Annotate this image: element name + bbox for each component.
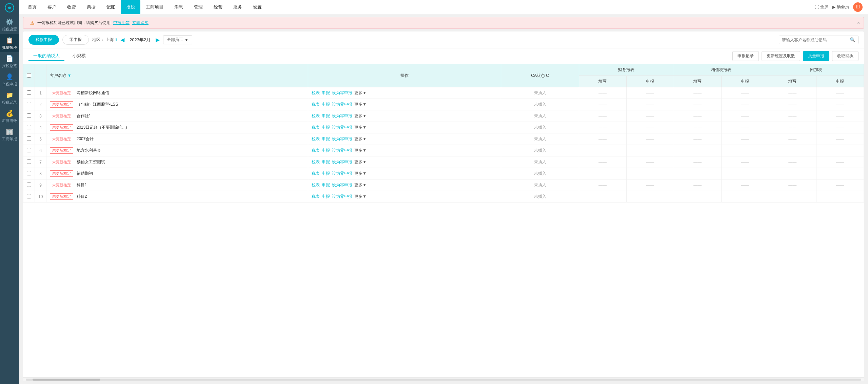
nav-fee[interactable]: 收费 <box>62 0 81 14</box>
batch-declare-button[interactable]: 批量申报 <box>803 51 829 61</box>
sidebar-item-geshui[interactable]: 👤 个税申报 <box>0 70 19 89</box>
op-zero-declare[interactable]: 设为零申报 <box>332 136 352 142</box>
row-checkbox[interactable] <box>27 125 31 129</box>
op-declare[interactable]: 申报 <box>322 194 330 199</box>
banner-link-huiqian[interactable]: 申报汇签 <box>113 20 130 26</box>
upgrade-button[interactable]: ▶ 畅会员 <box>832 4 849 10</box>
row-checkbox[interactable] <box>27 113 31 118</box>
fullscreen-button[interactable]: ⛶ 全屏 <box>815 4 828 10</box>
op-declare[interactable]: 申报 <box>322 171 330 176</box>
tab-tax-declaration[interactable]: 税款申报 <box>28 35 59 45</box>
sidebar-item-baoshuijilu[interactable]: 📁 报税记录 <box>0 89 19 107</box>
op-more[interactable]: 更多▼ <box>354 113 367 119</box>
op-tax-table[interactable]: 税表 <box>312 194 320 199</box>
op-tax-table[interactable]: 税表 <box>312 136 320 142</box>
op-more[interactable]: 更多▼ <box>354 102 367 107</box>
staff-select[interactable]: 全部员工 ▼ <box>163 35 192 44</box>
op-more[interactable]: 更多▼ <box>354 194 367 199</box>
nav-service[interactable]: 服务 <box>228 0 248 14</box>
op-zero-declare[interactable]: 设为零申报 <box>332 171 352 176</box>
table-row: 3 未更新核定 合作社1 税表 申报 设为零申报 更多▼ 未插入 —— —— —… <box>23 110 864 122</box>
op-more[interactable]: 更多▼ <box>354 182 367 188</box>
op-tax-table[interactable]: 税表 <box>312 125 320 130</box>
row-cwbb-report: —— <box>626 122 674 133</box>
nav-manage[interactable]: 管理 <box>189 0 208 14</box>
sidebar-item-baoshuishezhi[interactable]: ⚙️ 报税设置 <box>0 16 19 34</box>
op-declare[interactable]: 申报 <box>322 159 330 165</box>
op-zero-declare[interactable]: 设为零申报 <box>332 148 352 153</box>
op-declare[interactable]: 申报 <box>322 182 330 188</box>
op-more[interactable]: 更多▼ <box>354 125 367 130</box>
sidebar-item-baoshuizonglan[interactable]: 📄 报税总览 <box>0 52 19 70</box>
op-zero-declare[interactable]: 设为零申报 <box>332 113 352 119</box>
table-wrap: 客户名称 ▼ 操作 CA状态 C 财务报表 增值税报表 附加税 填写 申报 <box>23 64 864 377</box>
op-tax-table[interactable]: 税表 <box>312 90 320 96</box>
row-checkbox[interactable] <box>27 148 31 152</box>
taxpayer-tab-small[interactable]: 小规模 <box>68 51 91 61</box>
op-zero-declare[interactable]: 设为零申报 <box>332 159 352 165</box>
op-tax-table[interactable]: 税表 <box>312 148 320 153</box>
op-tax-table[interactable]: 税表 <box>312 102 320 107</box>
op-zero-declare[interactable]: 设为零申报 <box>332 194 352 199</box>
op-more[interactable]: 更多▼ <box>354 148 367 153</box>
select-all-checkbox[interactable] <box>27 73 31 78</box>
date-next-button[interactable]: ▶ <box>156 37 160 43</box>
avatar[interactable]: 用 <box>853 2 863 12</box>
update-stats-button[interactable]: 更新统定及取数 <box>762 51 800 61</box>
nav-invoice[interactable]: 票据 <box>81 0 101 14</box>
search-button[interactable]: 🔍 <box>847 36 858 44</box>
row-status-badge: 未更新核定 <box>50 193 73 200</box>
th-sbbb-report: 申报 <box>721 76 769 87</box>
op-declare[interactable]: 申报 <box>322 148 330 153</box>
nav-customer[interactable]: 客户 <box>42 0 62 14</box>
row-checkbox[interactable] <box>27 171 31 175</box>
op-declare[interactable]: 申报 <box>322 113 330 119</box>
nav-bookkeeping[interactable]: 记账 <box>101 0 121 14</box>
row-checkbox[interactable] <box>27 183 31 187</box>
row-checkbox[interactable] <box>27 90 31 95</box>
op-declare[interactable]: 申报 <box>322 136 330 142</box>
op-tax-table[interactable]: 税表 <box>312 113 320 119</box>
nav-business[interactable]: 工商项目 <box>140 0 169 14</box>
op-declare[interactable]: 申报 <box>322 102 330 107</box>
op-declare[interactable]: 申报 <box>322 90 330 96</box>
banner-close-icon[interactable]: ✕ <box>857 21 860 25</box>
row-status-badge: 未更新核定 <box>50 136 73 142</box>
sidebar-item-piliangshuibao[interactable]: 📋 批量报税 <box>0 34 19 52</box>
nav-tax[interactable]: 报税 <box>121 0 140 14</box>
nav-home[interactable]: 首页 <box>22 0 42 14</box>
op-declare[interactable]: 申报 <box>322 125 330 130</box>
collect-receipt-button[interactable]: 收取回执 <box>832 51 859 61</box>
row-checkbox[interactable] <box>27 102 31 106</box>
op-more[interactable]: 更多▼ <box>354 171 367 176</box>
row-cwbb-report: —— <box>626 133 674 145</box>
sidebar-item-gongshang[interactable]: 🏢 工商年报 <box>0 125 19 144</box>
op-zero-declare[interactable]: 设为零申报 <box>332 90 352 96</box>
op-zero-declare[interactable]: 设为零申报 <box>332 182 352 188</box>
declaration-record-button[interactable]: 申报记录 <box>732 51 759 61</box>
op-more[interactable]: 更多▼ <box>354 159 367 165</box>
date-prev-button[interactable]: ◀ <box>120 37 124 43</box>
row-checkbox[interactable] <box>27 136 31 141</box>
op-zero-declare[interactable]: 设为零申报 <box>332 125 352 130</box>
nav-message[interactable]: 消息 <box>169 0 189 14</box>
sidebar-item-huisuanqingjiao[interactable]: 💰 汇算清缴 <box>0 107 19 125</box>
nav-operation[interactable]: 经营 <box>208 0 228 14</box>
row-checkbox[interactable] <box>27 194 31 198</box>
op-tax-table[interactable]: 税表 <box>312 171 320 176</box>
banner-link-buy[interactable]: 立即购买 <box>132 20 149 26</box>
op-more[interactable]: 更多▼ <box>354 136 367 142</box>
op-tax-table[interactable]: 税表 <box>312 182 320 188</box>
region-value: 上海 <box>106 37 114 43</box>
row-checkbox[interactable] <box>27 159 31 164</box>
row-cwbb-fill: —— <box>579 87 626 99</box>
op-tax-table[interactable]: 税表 <box>312 159 320 165</box>
horizontal-scrollbar[interactable] <box>23 377 864 381</box>
taxpayer-tab-general[interactable]: 一般的纳税人 <box>28 51 64 61</box>
row-no: 2 <box>35 99 46 110</box>
op-more[interactable]: 更多▼ <box>354 90 367 96</box>
op-zero-declare[interactable]: 设为零申报 <box>332 102 352 107</box>
tab-zero-declaration[interactable]: 零申报 <box>62 35 89 45</box>
nav-settings[interactable]: 设置 <box>248 0 267 14</box>
search-input[interactable] <box>779 36 847 44</box>
